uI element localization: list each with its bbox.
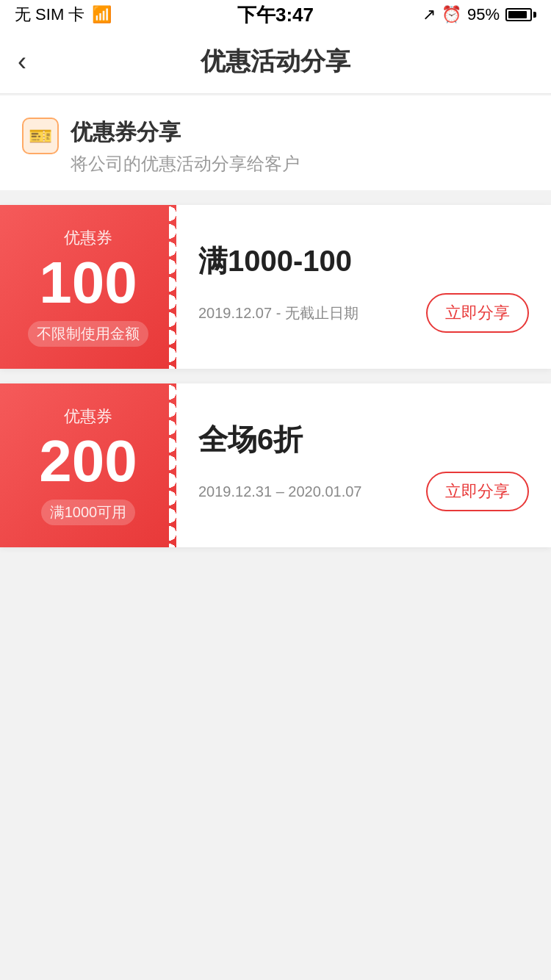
- coupon-title: 全场6折: [198, 419, 529, 460]
- carrier-text: 无 SIM 卡: [15, 4, 84, 26]
- coupon-card: 优惠券 200 满1000可用 全场6折 2019.12.31 – 2020.0…: [0, 383, 551, 547]
- coupon-amount: 100: [39, 253, 137, 312]
- battery-icon: [505, 8, 536, 21]
- share-button[interactable]: 立即分享: [426, 293, 529, 333]
- back-button[interactable]: ‹: [18, 46, 26, 77]
- coupon-date: 2019.12.31 – 2020.01.07: [198, 483, 361, 500]
- coupon-amount: 200: [39, 432, 137, 491]
- status-time: 下午3:47: [237, 2, 314, 28]
- section-text: 优惠券分享 将公司的优惠活动分享给客户: [71, 118, 300, 176]
- coupon-right: 满1000-100 2019.12.07 - 无截止日期 立即分享: [176, 205, 551, 369]
- coupon-condition: 满1000可用: [41, 500, 136, 525]
- coupon-card: 优惠券 100 不限制使用金额 满1000-100 2019.12.07 - 无…: [0, 205, 551, 369]
- coupon-bottom: 2019.12.31 – 2020.01.07 立即分享: [198, 472, 529, 511]
- coupon-list: 优惠券 100 不限制使用金额 满1000-100 2019.12.07 - 无…: [0, 190, 551, 577]
- status-left: 无 SIM 卡 📶: [15, 4, 112, 26]
- wifi-icon: 📶: [92, 5, 112, 24]
- status-bar: 无 SIM 卡 📶 下午3:47 ↗ ⏰ 95%: [0, 0, 551, 29]
- alarm-icon: ⏰: [442, 5, 461, 24]
- coupon-title: 满1000-100: [198, 241, 529, 281]
- battery-percent: 95%: [467, 5, 500, 24]
- background-filler: [0, 577, 551, 980]
- section-subtitle: 将公司的优惠活动分享给客户: [71, 152, 300, 176]
- coupon-right: 全场6折 2019.12.31 – 2020.01.07 立即分享: [176, 383, 551, 547]
- coupon-label: 优惠券: [64, 227, 112, 249]
- page-title: 优惠活动分享: [201, 45, 350, 79]
- section-icon: 🎫: [22, 118, 59, 154]
- coupon-date: 2019.12.07 - 无截止日期: [198, 303, 359, 323]
- coupon-label: 优惠券: [64, 406, 112, 428]
- coupon-condition: 不限制使用金额: [28, 321, 148, 347]
- coupon-bottom: 2019.12.07 - 无截止日期 立即分享: [198, 293, 529, 333]
- section-header: 🎫 优惠券分享 将公司的优惠活动分享给客户: [0, 96, 551, 190]
- coupon-left: 优惠券 100 不限制使用金额: [0, 205, 176, 369]
- location-icon: ↗: [422, 5, 436, 24]
- share-button[interactable]: 立即分享: [426, 472, 529, 511]
- section-title: 优惠券分享: [71, 118, 300, 148]
- status-right: ↗ ⏰ 95%: [422, 5, 536, 24]
- coupon-left: 优惠券 200 满1000可用: [0, 383, 176, 547]
- nav-bar: ‹ 优惠活动分享: [0, 29, 551, 94]
